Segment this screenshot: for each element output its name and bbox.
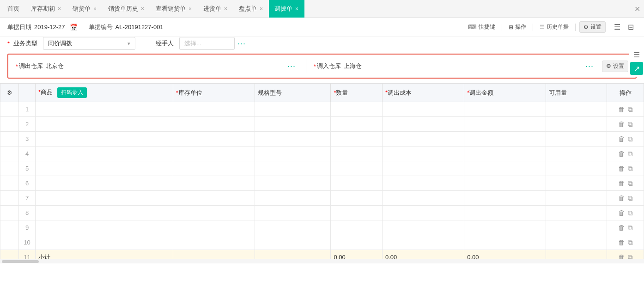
business-type-select[interactable]: 同价调拨 ▾	[43, 37, 135, 50]
row-unit[interactable]	[173, 146, 255, 161]
scan-button[interactable]: 扫码录入	[57, 87, 87, 98]
tab-purchase[interactable]: 进货单 ×	[198, 0, 233, 18]
row-amount[interactable]	[464, 161, 546, 176]
grid-view-button[interactable]: ⊟	[625, 22, 637, 32]
row-cost[interactable]	[382, 220, 464, 235]
delete-icon[interactable]: 🗑	[618, 165, 625, 172]
tab-view-sales[interactable]: 查看销货单 ×	[150, 0, 198, 18]
row-unit[interactable]	[173, 161, 255, 176]
row-unit[interactable]	[173, 220, 255, 235]
row-unit[interactable]	[173, 176, 255, 191]
tab-stocktake[interactable]: 盘点单 ×	[233, 0, 269, 18]
row-spec[interactable]	[255, 191, 330, 206]
row-available[interactable]	[546, 235, 607, 250]
row-spec[interactable]	[255, 161, 330, 176]
row-amount[interactable]	[464, 117, 546, 132]
row-spec[interactable]	[255, 235, 330, 250]
list-view-button[interactable]: ☰	[611, 22, 623, 32]
row-spec[interactable]	[255, 176, 330, 191]
sidebar-list-icon[interactable]: ☰	[630, 48, 643, 61]
tab-inventory-close[interactable]: ×	[58, 6, 61, 12]
delete-icon[interactable]: 🗑	[618, 135, 625, 143]
tab-transfer[interactable]: 调拨单 ×	[269, 0, 304, 18]
delete-icon[interactable]: 🗑	[618, 105, 625, 113]
copy-icon[interactable]: ⧉	[628, 238, 633, 247]
row-amount[interactable]	[464, 146, 546, 161]
row-qty[interactable]	[331, 235, 382, 250]
shortcut-button[interactable]: ⌨ 快捷键	[465, 22, 498, 32]
tab-sales-history[interactable]: 销货单历史 ×	[103, 0, 150, 18]
row-unit[interactable]	[173, 191, 255, 206]
tab-sales-close[interactable]: ×	[93, 6, 97, 12]
copy-icon[interactable]: ⧉	[628, 105, 633, 114]
row-qty[interactable]	[331, 132, 382, 146]
row-cost[interactable]	[382, 206, 464, 220]
row-spec[interactable]	[255, 132, 330, 146]
copy-icon[interactable]: ⧉	[628, 120, 633, 128]
row-cost[interactable]	[382, 161, 464, 176]
row-cost[interactable]	[382, 102, 464, 117]
tab-stocktake-close[interactable]: ×	[260, 6, 263, 12]
handler-more-icon[interactable]: ···	[237, 39, 246, 49]
row-amount[interactable]	[464, 220, 546, 235]
row-cost[interactable]	[382, 235, 464, 250]
warehouse-setting-button[interactable]: ⚙ 设置	[602, 61, 628, 72]
row-qty[interactable]	[331, 161, 382, 176]
row-available[interactable]	[546, 161, 607, 176]
tab-inventory-init[interactable]: 库存期初 ×	[25, 0, 67, 18]
row-cost[interactable]	[382, 191, 464, 206]
row-qty[interactable]	[331, 191, 382, 206]
delete-icon[interactable]: 🗑	[618, 120, 625, 128]
row-spec[interactable]	[255, 117, 330, 132]
row-unit[interactable]	[173, 102, 255, 117]
row-cost[interactable]	[382, 146, 464, 161]
delete-icon[interactable]: 🗑	[618, 194, 625, 202]
row-product[interactable]	[36, 176, 173, 191]
col-setting-header[interactable]: ⚙	[0, 84, 19, 102]
window-close-button[interactable]: ✕	[634, 4, 640, 13]
horizontal-scrollbar[interactable]	[0, 259, 644, 263]
row-available[interactable]	[546, 206, 607, 220]
tab-home[interactable]: 首页	[2, 0, 25, 18]
row-amount[interactable]	[464, 235, 546, 250]
copy-icon[interactable]: ⧉	[628, 179, 633, 188]
delete-icon[interactable]: 🗑	[618, 150, 625, 158]
tab-sales-history-close[interactable]: ×	[141, 6, 144, 12]
operation-button[interactable]: ⊞ 操作	[506, 22, 529, 32]
calendar-icon[interactable]: 📅	[70, 24, 78, 31]
copy-icon[interactable]: ⧉	[628, 135, 633, 143]
history-button[interactable]: ☰ 历史单据	[537, 22, 571, 32]
row-amount[interactable]	[464, 132, 546, 146]
row-available[interactable]	[546, 117, 607, 132]
row-qty[interactable]	[331, 117, 382, 132]
transfer-in-more-icon[interactable]: ···	[583, 61, 596, 71]
row-available[interactable]	[546, 220, 607, 235]
row-product[interactable]	[36, 117, 173, 132]
row-available[interactable]	[546, 102, 607, 117]
row-product[interactable]	[36, 146, 173, 161]
row-amount[interactable]	[464, 102, 546, 117]
handler-select[interactable]: 选择...	[179, 37, 235, 50]
tab-view-sales-close[interactable]: ×	[188, 6, 192, 12]
row-available[interactable]	[546, 191, 607, 206]
row-unit[interactable]	[173, 117, 255, 132]
copy-icon[interactable]: ⧉	[628, 194, 633, 202]
row-qty[interactable]	[331, 206, 382, 220]
row-amount[interactable]	[464, 206, 546, 220]
row-spec[interactable]	[255, 206, 330, 220]
row-product[interactable]	[36, 191, 173, 206]
row-qty[interactable]	[331, 146, 382, 161]
row-qty[interactable]	[331, 102, 382, 117]
row-amount[interactable]	[464, 191, 546, 206]
sidebar-export-icon[interactable]: ↗	[630, 62, 643, 75]
row-cost[interactable]	[382, 117, 464, 132]
delete-icon[interactable]: 🗑	[618, 253, 625, 259]
row-qty[interactable]	[331, 176, 382, 191]
copy-icon[interactable]: ⧉	[628, 253, 633, 259]
tab-purchase-close[interactable]: ×	[224, 6, 227, 12]
row-product[interactable]	[36, 102, 173, 117]
setting-button[interactable]: ⚙ 设置	[579, 21, 606, 33]
row-product[interactable]	[36, 235, 173, 250]
row-product[interactable]	[36, 132, 173, 146]
copy-icon[interactable]: ⧉	[628, 150, 633, 158]
